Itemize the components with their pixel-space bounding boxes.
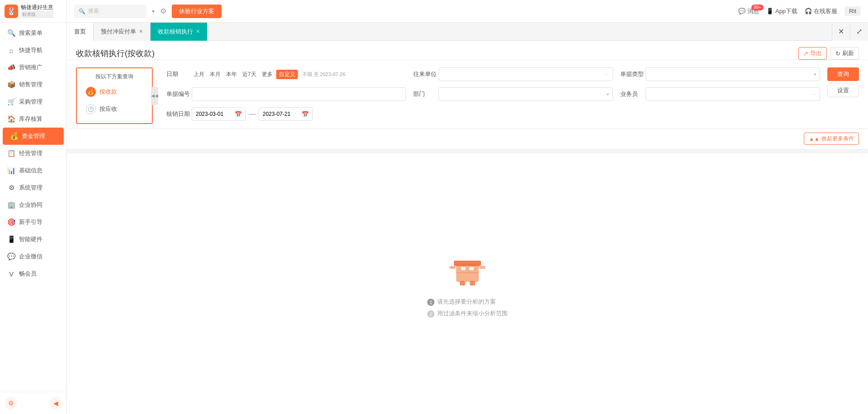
sidebar-item-funds[interactable]: 💰 资金管理	[3, 128, 64, 145]
tab-receipt-verify-close-icon[interactable]: ✕	[196, 29, 200, 34]
export-icon: ↗	[803, 50, 808, 57]
app-download-btn[interactable]: 📱 App下载	[766, 7, 797, 15]
sidebar-item-basic-info[interactable]: 📊 基础信息	[0, 162, 66, 179]
empty-hint-1: 请先选择要分析的方案	[427, 296, 508, 308]
message-btn[interactable]: 💬 消息 99+	[738, 7, 759, 15]
sidebar-item-hardware[interactable]: 📱 智能硬件	[0, 231, 66, 248]
verify-date-end-input[interactable]: 2023-07-21 📅	[259, 107, 313, 121]
svg-rect-5	[449, 266, 456, 269]
filter-row-2: 单据编号 部门 ▾	[166, 87, 820, 101]
by-receipt-icon: 💰	[86, 87, 96, 97]
collapse-more-btn[interactable]: ▲▲ 收起更多条件	[804, 133, 859, 145]
filter-container: 按以下方案查询 💰 按收款 🕐 按应收 ◀◀	[67, 60, 868, 129]
sidebar-item-quick-nav[interactable]: ⌂ 快捷导航	[0, 42, 66, 59]
svg-rect-3	[469, 267, 474, 270]
verify-date-start-input[interactable]: 2023-03-01 📅	[192, 107, 246, 121]
employee-dots[interactable]: ···	[811, 91, 816, 97]
gear-icon[interactable]: ⚙	[160, 7, 166, 15]
sidebar-item-purchase[interactable]: 🛒 采购管理	[0, 93, 66, 110]
date-tab-this-year[interactable]: 本年	[224, 70, 239, 79]
verify-date-label: 核销日期	[166, 110, 189, 118]
close-tab-btn[interactable]: ✕	[832, 23, 850, 41]
dept-arrow-icon: ▾	[607, 92, 609, 97]
system-label: 系统管理	[19, 184, 42, 192]
message-badge: 99+	[751, 5, 764, 10]
counterparty-dots[interactable]: ···	[604, 71, 609, 77]
doc-type-select[interactable]: ▾	[646, 67, 820, 81]
user-btn[interactable]: Rit	[844, 6, 861, 16]
date-unlimited-text: 不限 至 2023-07-26	[302, 71, 345, 78]
search-placeholder: 搜索	[88, 7, 99, 15]
tab-receipt-verify-label: 收款核销执行	[158, 28, 193, 36]
doc-type-arrow-icon: ▾	[814, 72, 816, 77]
sidebar-item-system[interactable]: ⚙ 系统管理	[0, 179, 66, 196]
service-label: 在线客服	[814, 7, 837, 15]
date-tab-last-7-days[interactable]: 近7天	[241, 70, 258, 79]
date-tab-last-month[interactable]: 上月	[192, 70, 206, 79]
tab-receipt-verify[interactable]: 收款核销执行 ✕	[151, 23, 208, 41]
doc-no-group: 单据编号	[166, 87, 406, 101]
svg-rect-6	[479, 266, 486, 269]
logo-tag: 标准版	[21, 11, 53, 18]
doc-type-label: 单据类型	[620, 70, 643, 78]
tab-home[interactable]: 首页	[67, 23, 94, 41]
sidebar-menu: 🔍 搜索菜单 ⌂ 快捷导航 📣 营销推广 📦 销售管理 🛒 采购管理 🏠 库存核…	[0, 23, 66, 392]
query-type-by-receivable[interactable]: 🕐 按应收	[81, 101, 147, 117]
sidebar-item-enterprise[interactable]: 🏢 企业协同	[0, 196, 66, 214]
query-type-by-receipt[interactable]: 💰 按收款	[81, 84, 147, 100]
verify-date-end-cal-icon[interactable]: 📅	[302, 111, 309, 118]
query-type-panel: 按以下方案查询 💰 按收款 🕐 按应收 ◀◀	[76, 67, 153, 124]
tab-prepay[interactable]: 预付冲应付单 ✕	[94, 23, 151, 41]
sales-label: 销售管理	[19, 81, 42, 89]
employee-input[interactable]: ···	[646, 87, 820, 101]
employee-field[interactable]	[650, 91, 811, 97]
doc-no-input[interactable]	[192, 87, 406, 101]
query-btn[interactable]: 查询	[827, 67, 859, 81]
operations-icon: 📋	[7, 149, 15, 157]
doc-no-field[interactable]	[196, 91, 402, 97]
sidebar-item-sales[interactable]: 📦 销售管理	[0, 76, 66, 93]
hardware-label: 智能硬件	[19, 235, 42, 243]
tab-prepay-close-icon[interactable]: ✕	[139, 29, 143, 34]
counterparty-input[interactable]: ···	[439, 67, 613, 81]
plan-btn[interactable]: 休验行业方案	[172, 5, 222, 18]
sidebar-item-wechat[interactable]: 💬 企业微信	[0, 248, 66, 265]
sidebar-item-search[interactable]: 🔍 搜索菜单	[0, 24, 66, 42]
sidebar-item-marketing[interactable]: 📣 营销推广	[0, 59, 66, 76]
sidebar-item-member[interactable]: V 畅会员	[0, 265, 66, 282]
sidebar-item-inventory[interactable]: 🏠 库存核算	[0, 110, 66, 128]
expand-tab-btn[interactable]: ⤢	[850, 23, 868, 41]
member-icon: V	[7, 270, 15, 278]
verify-date-group: 核销日期 2023-03-01 📅 — 2023-07-21 📅	[166, 107, 313, 121]
date-tab-more[interactable]: 更多	[260, 70, 274, 79]
verify-date-start-cal-icon[interactable]: 📅	[235, 111, 242, 118]
by-receivable-icon: 🕐	[86, 104, 96, 114]
sidebar-item-guide[interactable]: 🎯 新手引导	[0, 214, 66, 231]
main-area: 🔍 搜索 ▾ ⚙ 休验行业方案 💬 消息 99+ 📱 App下载 🎧 在线客服 …	[67, 0, 868, 414]
page-header: 收款核销执行(按收款) ↗ 导出 ↻ 刷新	[67, 41, 868, 60]
settings-footer-btn[interactable]: ⚙	[5, 397, 17, 409]
date-tab-custom[interactable]: 自定义	[276, 70, 298, 79]
filter-row-3: 核销日期 2023-03-01 📅 — 2023-07-21 📅	[166, 107, 820, 121]
wechat-label: 企业微信	[19, 252, 42, 261]
collapse-panel-btn[interactable]: ◀◀	[151, 87, 158, 105]
refresh-btn[interactable]: ↻ 刷新	[830, 47, 859, 60]
online-service-btn[interactable]: 🎧 在线客服	[805, 7, 837, 15]
dept-select[interactable]: ▾	[439, 87, 613, 101]
by-receipt-label: 按收款	[99, 88, 117, 96]
quick-nav-label: 快捷导航	[19, 46, 42, 54]
sidebar-item-operations[interactable]: 📋 经营管理	[0, 145, 66, 162]
range-separator: —	[249, 110, 256, 118]
marketing-label: 营销推广	[19, 63, 42, 71]
collapse-sidebar-btn[interactable]: ◀	[49, 397, 62, 409]
member-label: 畅会员	[19, 270, 37, 278]
dropdown-arrow-icon[interactable]: ▾	[152, 8, 155, 14]
export-btn[interactable]: ↗ 导出	[798, 47, 827, 60]
counterparty-field[interactable]	[443, 71, 604, 77]
svg-rect-7	[460, 281, 465, 286]
message-icon: 💬	[738, 8, 745, 14]
date-tab-this-month[interactable]: 本月	[208, 70, 222, 79]
search-label: 搜索菜单	[19, 29, 42, 37]
topbar-search[interactable]: 🔍 搜索	[74, 5, 146, 18]
setting-btn[interactable]: 设置	[827, 84, 859, 97]
